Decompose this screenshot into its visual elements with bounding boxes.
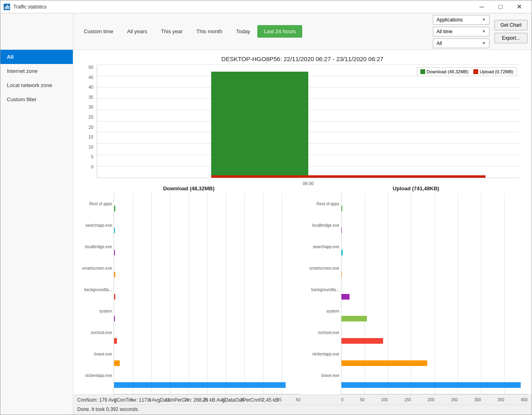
dl-bar-nlclientapp xyxy=(114,382,286,388)
ul-bar-rest xyxy=(341,206,342,211)
download-bar-chart: Download (48,32MB) nlclientapp.exe brave… xyxy=(77,182,301,394)
close-button[interactable]: ✕ xyxy=(510,0,528,13)
tab-today[interactable]: Today xyxy=(230,25,257,38)
export-button[interactable]: Export... xyxy=(494,33,528,43)
dropdown-arrow-applications: ▼ xyxy=(482,17,486,22)
ul-bar-searchapp xyxy=(341,250,343,255)
main-chart-plot: 06:00 Download (48,32MB) Upload (0,72MB) xyxy=(97,65,519,178)
maximize-button[interactable]: □ xyxy=(491,0,510,13)
dl-bar-brave xyxy=(114,360,120,366)
ul-bar-background xyxy=(341,294,350,300)
alltime-dropdown[interactable]: All time ▼ xyxy=(433,27,490,36)
chart-area: DESKTOP-HGO8P56: 22/11/2020 06:27 - 23/1… xyxy=(73,50,532,415)
legend-upload-dot xyxy=(473,69,478,74)
upload-chart-title: Upload (741,48KB) xyxy=(305,182,528,193)
main-chart-title: DESKTOP-HGO8P56: 22/11/2020 06:27 - 23/1… xyxy=(73,50,532,65)
get-chart-button[interactable]: Get Chart xyxy=(494,20,528,30)
svg-rect-2 xyxy=(7,5,8,9)
legend-download: Download (48,32MB) xyxy=(420,69,468,74)
window-controls: ─ □ ✕ xyxy=(473,0,528,13)
upload-y-labels: brave.exe nlclientapp.exe svchost.exe sy… xyxy=(305,193,341,394)
dl-bar-smartscreen xyxy=(114,272,115,277)
main-upload-bar xyxy=(211,175,486,178)
dl-bar-background xyxy=(114,294,115,300)
legend-upload: Upload (0,72MB) xyxy=(473,69,513,74)
ul-bar-nlclientapp xyxy=(341,360,428,366)
tab-this-year[interactable]: This year xyxy=(155,25,189,38)
sidebar-item-local[interactable]: Local network zone xyxy=(0,78,73,92)
window-title: Traffic statistics xyxy=(13,4,469,10)
dl-bar-system xyxy=(114,316,115,321)
sidebar-item-custom[interactable]: Custom filter xyxy=(0,92,73,106)
svg-rect-3 xyxy=(8,6,9,9)
main-window: Traffic statistics ─ □ ✕ All Internet zo… xyxy=(0,0,532,415)
sidebar: All Internet zone Local network zone Cus… xyxy=(0,13,73,415)
main-chart-y-axis: 0 5 10 15 20 25 30 35 40 45 50 xyxy=(85,65,97,178)
status-separator xyxy=(77,404,528,405)
main-download-bar xyxy=(211,72,308,178)
legend-download-dot xyxy=(420,69,425,74)
dropdown-arrow-alltime: ▼ xyxy=(482,29,486,34)
dl-bar-rest xyxy=(114,206,115,211)
download-y-labels: nlclientapp.exe brave.exe svchost.exe sy… xyxy=(77,193,114,394)
download-bar-plot: 0 5 10 15 20 25 30 35 40 45 xyxy=(114,193,301,394)
tab-last-24-hours[interactable]: Last 24 hours xyxy=(257,25,302,38)
ul-bar-svchost xyxy=(341,338,384,344)
main-chart: 0 5 10 15 20 25 30 35 40 45 50 xyxy=(73,65,532,182)
ul-bar-brave xyxy=(341,382,521,388)
ul-bar-smartscreen xyxy=(341,272,342,277)
svg-rect-1 xyxy=(6,6,7,9)
chart-legend: Download (48,32MB) Upload (0,72MB) xyxy=(417,67,517,76)
bottom-charts: Download (48,32MB) nlclientapp.exe brave… xyxy=(73,182,532,394)
ul-bar-localbridge xyxy=(341,228,342,233)
upload-bar-chart: Upload (741,48KB) brave.exe nlclientapp.… xyxy=(305,182,528,394)
dl-bar-localbridge xyxy=(114,250,115,255)
dl-bar-searchapp xyxy=(114,228,115,233)
dropdown-arrow-filter: ▼ xyxy=(482,41,486,45)
all-filter-dropdown[interactable]: All ▼ xyxy=(433,38,490,48)
upload-x-axis: 0 50 100 150 200 250 300 350 400 xyxy=(341,398,528,402)
tab-this-month[interactable]: This month xyxy=(190,25,229,38)
download-chart-inner: nlclientapp.exe brave.exe svchost.exe sy… xyxy=(77,193,301,394)
upload-bar-plot: 0 50 100 150 200 250 300 350 400 xyxy=(341,193,528,394)
minimize-button[interactable]: ─ xyxy=(473,0,491,13)
ul-bar-system xyxy=(341,316,367,321)
sidebar-item-all[interactable]: All xyxy=(0,50,73,64)
sidebar-item-internet[interactable]: Internet zone xyxy=(0,64,73,78)
svg-rect-0 xyxy=(5,7,6,9)
status-message: Done. It took 0,392 seconds. xyxy=(77,406,528,413)
tab-custom-time[interactable]: Custom time xyxy=(77,25,120,38)
titlebar: Traffic statistics ─ □ ✕ xyxy=(0,0,532,13)
tab-all-years[interactable]: All years xyxy=(121,25,154,38)
download-chart-title: Download (48,32MB) xyxy=(77,182,301,193)
dl-bar-svchost xyxy=(114,338,117,344)
main-chart-x-label: 06:00 xyxy=(303,181,314,186)
applications-dropdown[interactable]: Applications ▼ xyxy=(433,15,490,25)
upload-chart-inner: brave.exe nlclientapp.exe svchost.exe sy… xyxy=(305,193,528,394)
app-icon xyxy=(4,4,10,10)
download-x-axis: 0 5 10 15 20 25 30 35 40 45 xyxy=(114,398,301,402)
